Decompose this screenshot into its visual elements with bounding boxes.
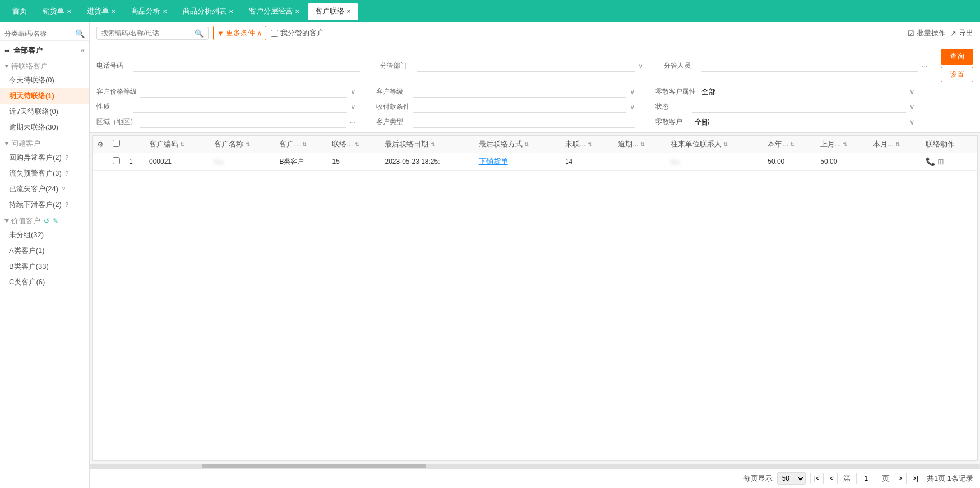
price-level-dropdown-icon[interactable]: ∨ (350, 88, 356, 96)
nav-goods-list[interactable]: 商品分析列表 ✕ (176, 3, 240, 20)
sidebar-item-week7[interactable]: 近7天待联络(0) (0, 104, 89, 119)
person-input[interactable] (701, 60, 918, 72)
nav-close-purchase[interactable]: ✕ (111, 8, 115, 15)
repurchase-info-icon[interactable]: ? (65, 154, 68, 161)
my-customers-checkbox[interactable] (271, 30, 278, 37)
sidebar-item-lost[interactable]: 已流失客户(24) ? (0, 181, 89, 197)
more-conditions-btn[interactable]: ▼ 更多条件 ∧ (213, 26, 266, 40)
search-input[interactable] (101, 29, 195, 37)
gender-input[interactable] (133, 101, 347, 113)
nav-customer-tier[interactable]: 客户分层经营 ✕ (242, 3, 306, 20)
select-all-checkbox[interactable] (113, 140, 120, 147)
person-more-icon[interactable]: ··· (921, 62, 927, 70)
sidebar-item-type-c[interactable]: C类客户(6) (0, 274, 89, 290)
overdue-sort-icon[interactable]: ⇅ (640, 141, 645, 148)
customer-price-level-input[interactable] (140, 86, 347, 98)
year-sort-icon[interactable]: ⇅ (790, 141, 794, 148)
gender-dropdown-icon[interactable]: ∨ (350, 103, 356, 111)
th-customer-type[interactable]: 客户... ⇅ (275, 136, 327, 153)
sidebar-item-type-a[interactable]: A类客户(1) (0, 243, 89, 259)
export-btn[interactable]: ↗ 导出 (950, 28, 973, 38)
sidebar-item-type-b[interactable]: B类客户(33) (0, 259, 89, 274)
nav-close-customer-tier[interactable]: ✕ (295, 8, 299, 15)
payment-dropdown-icon[interactable]: ∨ (630, 103, 635, 111)
page-number-input[interactable] (856, 473, 876, 484)
scrollbar-thumb[interactable] (202, 464, 426, 468)
th-code[interactable]: 客户编码 ⇅ (145, 136, 210, 153)
uncontacted-sort-icon[interactable]: ⇅ (588, 141, 592, 148)
nav-purchase[interactable]: 进货单 ✕ (80, 3, 122, 20)
sidebar-item-today[interactable]: 今天待联络(0) (0, 72, 89, 88)
retail-customer-dropdown-icon[interactable]: ∨ (909, 118, 915, 126)
declining-info-icon[interactable]: ? (65, 201, 68, 208)
dept-input[interactable] (417, 60, 635, 72)
nav-goods-analysis[interactable]: 商品分析 ✕ (124, 3, 174, 20)
nav-customer-contact[interactable]: 客户联络 ✕ (308, 3, 358, 20)
th-contact[interactable]: 联络... ⇅ (327, 136, 380, 153)
contact-more-icon[interactable]: ⊞ (937, 157, 944, 166)
lmonth-sort-icon[interactable]: ⇅ (843, 141, 847, 148)
phone-input[interactable] (133, 60, 360, 72)
status-dropdown-icon[interactable]: ∨ (909, 103, 915, 111)
nav-home[interactable]: 首页 (6, 3, 34, 20)
customer-type-input[interactable] (413, 116, 636, 128)
th-this-year[interactable]: 本年... ⇅ (763, 136, 816, 153)
value-group-refresh-icon[interactable]: ↺ (44, 217, 49, 225)
sidebar-item-churn[interactable]: 流失预警客户(3) ? (0, 165, 89, 181)
name-sort-icon[interactable]: ⇅ (246, 141, 250, 148)
sidebar-all-customers[interactable]: ▪▪ 全部客户 « (0, 43, 89, 58)
nav-close-goods-analysis[interactable]: ✕ (163, 8, 167, 15)
settings-icon[interactable]: ⚙ (97, 140, 104, 149)
payment-input[interactable] (413, 101, 627, 113)
sidebar-item-repurchase[interactable]: 回购异常客户(2) ? (0, 150, 89, 165)
sidebar-search-input[interactable] (4, 30, 75, 38)
sidebar-item-declining[interactable]: 持续下滑客户(2) ? (0, 197, 89, 213)
last-page-btn[interactable]: >| (909, 473, 922, 484)
th-last-contact-method[interactable]: 最后联络方式 ⇅ (474, 136, 561, 153)
prev-page-btn[interactable]: < (826, 473, 838, 484)
nav-close-customer-contact[interactable]: ✕ (346, 8, 351, 15)
th-check[interactable] (108, 136, 124, 153)
first-page-btn[interactable]: |< (810, 473, 824, 484)
code-sort-icon[interactable]: ⇅ (180, 141, 184, 148)
contact-phone-icon[interactable]: 📞 (926, 157, 935, 166)
th-last-contact-date[interactable]: 最后联络日期 ⇅ (380, 136, 474, 153)
nav-close-goods-list[interactable]: ✕ (229, 8, 233, 15)
month-sort-icon[interactable]: ⇅ (895, 141, 900, 148)
date-sort-icon[interactable]: ⇅ (431, 141, 435, 148)
th-uncontacted[interactable]: 未联... ⇅ (561, 136, 613, 153)
search-icon[interactable]: 🔍 (195, 29, 204, 38)
value-group-edit-icon[interactable]: ✎ (53, 217, 58, 225)
query-btn[interactable]: 查询 (941, 49, 973, 65)
per-page-select[interactable]: 50 100 200 (777, 472, 806, 485)
customer-level-input[interactable] (413, 86, 627, 98)
churn-info-icon[interactable]: ? (65, 170, 68, 177)
sidebar-collapse-all[interactable]: « (81, 47, 85, 54)
th-partner-contact[interactable]: 往来单位联系人 ⇅ (666, 136, 763, 153)
th-settings[interactable]: ⚙ (93, 136, 108, 153)
region-more-icon[interactable]: ··· (350, 118, 356, 126)
horizontal-scrollbar[interactable] (90, 463, 980, 468)
partner-sort-icon[interactable]: ⇅ (723, 141, 728, 148)
th-name[interactable]: 客户名称 ⇅ (210, 136, 275, 153)
set-btn[interactable]: 设置 (941, 67, 973, 82)
row-last-contact-method[interactable]: 下销货单 (474, 153, 561, 171)
contact-sort-icon[interactable]: ⇅ (355, 141, 359, 148)
nav-close-sales[interactable]: ✕ (67, 8, 71, 15)
lost-info-icon[interactable]: ? (62, 186, 65, 192)
nav-sales[interactable]: 销货单 ✕ (36, 3, 78, 20)
status-input[interactable] (692, 101, 906, 113)
th-this-month[interactable]: 本月... ⇅ (868, 136, 921, 153)
next-page-btn[interactable]: > (895, 473, 907, 484)
contact-method-link[interactable]: 下销货单 (479, 157, 508, 165)
th-last-month[interactable]: 上月... ⇅ (816, 136, 868, 153)
sidebar-item-tomorrow[interactable]: 明天待联络(1) (0, 88, 89, 104)
retail-attr-dropdown-icon[interactable]: ∨ (909, 88, 915, 96)
row-check[interactable] (108, 153, 124, 171)
customer-level-dropdown-icon[interactable]: ∨ (630, 88, 635, 96)
dept-dropdown-icon[interactable]: ∨ (638, 62, 644, 70)
bulk-op-btn[interactable]: ☑ 批量操作 (908, 28, 946, 38)
scrollbar-track[interactable] (90, 464, 980, 468)
region-input[interactable] (140, 116, 346, 128)
sidebar-item-overdue[interactable]: 逾期未联络(30) (0, 119, 89, 135)
